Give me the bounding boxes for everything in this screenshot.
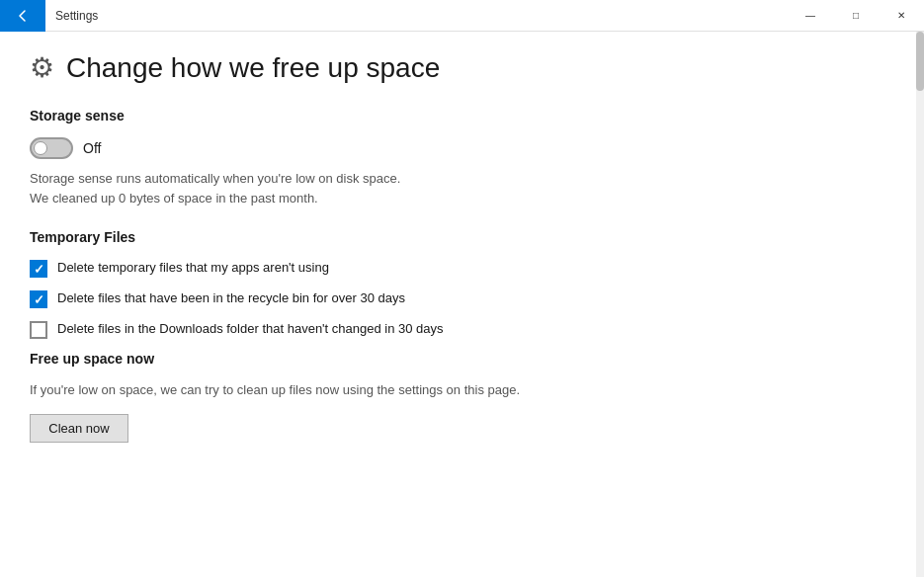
checkbox-label-temp-files: Delete temporary files that my apps aren…: [57, 259, 329, 277]
checkbox-label-downloads: Delete files in the Downloads folder tha…: [57, 320, 444, 338]
free-up-space-section: Free up space now If you're low on space…: [30, 351, 870, 443]
list-item: ✓ Delete files that have been in the rec…: [30, 289, 870, 308]
window-title: Settings: [45, 9, 788, 23]
close-button[interactable]: ✕: [879, 0, 924, 32]
toggle-thumb: [34, 141, 47, 155]
clean-now-button[interactable]: Clean now: [30, 414, 128, 443]
scrollbar-thumb[interactable]: [916, 32, 924, 91]
checkbox-recycle-bin[interactable]: ✓: [30, 290, 47, 308]
free-up-space-description: If you're low on space, we can try to cl…: [30, 380, 870, 400]
toggle-track: [30, 137, 73, 159]
toggle-row: Off: [30, 137, 870, 159]
scrollbar[interactable]: [916, 32, 924, 577]
temporary-files-heading: Temporary Files: [30, 229, 870, 245]
storage-sense-section: Storage sense Off Storage sense runs aut…: [30, 108, 870, 207]
minimize-button[interactable]: —: [788, 0, 833, 32]
page-header: ⚙ Change how we free up space: [30, 51, 870, 84]
storage-sense-heading: Storage sense: [30, 108, 870, 124]
checkbox-label-recycle-bin: Delete files that have been in the recyc…: [57, 289, 405, 307]
checkbox-temp-files[interactable]: ✓: [30, 260, 47, 278]
check-icon: ✓: [34, 263, 44, 276]
free-up-space-heading: Free up space now: [30, 351, 870, 367]
storage-sense-description: Storage sense runs automatically when yo…: [30, 169, 870, 207]
settings-icon: ⚙: [30, 51, 54, 84]
page-title: Change how we free up space: [66, 52, 440, 84]
list-item: Delete files in the Downloads folder tha…: [30, 320, 870, 339]
temporary-files-section: Temporary Files ✓ Delete temporary files…: [30, 229, 870, 339]
maximize-button[interactable]: □: [833, 0, 879, 32]
main-content: ⚙ Change how we free up space Storage se…: [0, 32, 909, 462]
checkbox-downloads[interactable]: [30, 321, 47, 339]
toggle-label: Off: [83, 140, 101, 156]
title-bar: Settings — □ ✕: [0, 0, 924, 32]
window-controls: — □ ✕: [788, 0, 924, 32]
list-item: ✓ Delete temporary files that my apps ar…: [30, 259, 870, 278]
check-icon: ✓: [34, 293, 44, 306]
back-button[interactable]: [0, 0, 45, 32]
storage-sense-toggle[interactable]: [30, 137, 73, 159]
